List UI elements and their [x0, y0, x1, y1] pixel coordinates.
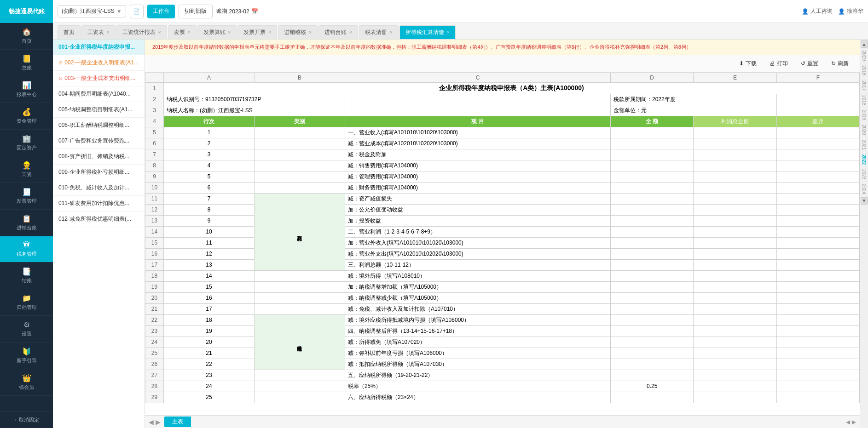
scroll-right-icon[interactable]: ▶ [852, 419, 856, 425]
sidebar-item-guide[interactable]: 🔰 新手引导 [0, 342, 53, 369]
year-2018[interactable]: 2018 [861, 93, 868, 107]
cell-diff [776, 160, 859, 171]
table-row: 28 24 税率（25%） 0.25 [145, 381, 860, 392]
calendar-icon: 📅 [251, 8, 258, 15]
tab-ledger-close[interactable]: × [349, 30, 352, 35]
invoice-icon: 🧾 [22, 188, 31, 196]
cell-category-profit: 利润总额计算 [254, 193, 345, 270]
left-item-004[interactable]: 004-期间费用明细表(A1040... [53, 86, 145, 102]
sidebar-item-settings[interactable]: ⚙ 设置 [0, 316, 53, 342]
print-button[interactable]: 🖨 打印 [766, 58, 792, 69]
tab-invoice-close[interactable]: × [188, 30, 191, 35]
sidebar-item-payroll[interactable]: 👷 工资 [0, 156, 53, 183]
cell-empty [776, 94, 859, 105]
cell-rownum: 23 [164, 370, 255, 381]
home-icon: 🏠 [22, 28, 31, 36]
sidebar-item-invoice[interactable]: 🧾 发票管理 [0, 183, 53, 210]
sidebar-item-tax[interactable]: 🏛 税务管理 [0, 236, 53, 263]
tab-ledger[interactable]: 进销台账 × [318, 25, 358, 39]
switch-version-button[interactable]: 切到旧版 [179, 5, 213, 18]
tab-payroll-stats-close[interactable]: × [158, 30, 161, 35]
document-icon-btn[interactable]: 📄 [130, 5, 144, 18]
year-2024[interactable]: 2024 [861, 182, 868, 196]
year-2019-top[interactable]: 2019 [861, 49, 868, 63]
left-item-007[interactable]: 007-广告费和业务宣传费跑... [53, 133, 145, 149]
left-item-001[interactable]: 001-企业所得税年度纳税申报... [53, 40, 145, 55]
sidebar-item-ledger[interactable]: 📒 总账 [0, 50, 53, 76]
cell-diff [776, 303, 859, 314]
cell-profit [694, 127, 776, 138]
col-header-c: C [345, 73, 610, 82]
left-item-008[interactable]: 008-资产折旧、摊销及纳税... [53, 149, 145, 165]
tab-payroll[interactable]: 工资表 × [81, 25, 116, 39]
download-button[interactable]: ⬇ 下载 [735, 58, 760, 69]
cell-amount[interactable]: 0.25 [610, 381, 693, 392]
tab-tax-clearance-close[interactable]: × [390, 30, 393, 35]
workbench-button[interactable]: 工作台 [147, 5, 175, 18]
cell-profit [694, 237, 776, 248]
tab-ledger-label: 进销台账 [324, 29, 347, 36]
service-icon: 👤 [802, 8, 809, 15]
user-service-btn[interactable]: 👤 人工咨询 [802, 7, 833, 15]
table-area[interactable]: A B C D E F 1 [145, 73, 860, 416]
sheet-nav-arrows[interactable]: ◀ ▶ [149, 418, 161, 426]
table-row: 23 19 四、纳税调整后所得（13-14+15-16-17+18） [145, 325, 860, 337]
year-2020[interactable]: 2020 [861, 123, 868, 137]
sidebar-item-purchase-sales[interactable]: 📋 进销台账 [0, 210, 53, 236]
next-sheet-arrow[interactable]: ▶ [156, 418, 161, 426]
tab-invoice-calc-close[interactable]: × [228, 30, 231, 35]
scroll-down-btn[interactable]: ▼ [861, 197, 868, 205]
tab-invoice-open-close[interactable]: × [268, 30, 271, 35]
sidebar-item-assets[interactable]: 🏢 固定资产 [0, 130, 53, 156]
sidebar-item-archive[interactable]: 📁 归档管理 [0, 289, 53, 316]
prev-sheet-arrow[interactable]: ◀ [149, 418, 154, 426]
cell-category [254, 160, 345, 171]
tab-payroll-stats[interactable]: 工资统计报表 × [116, 25, 167, 39]
user-profile-btn[interactable]: 👤 徐淮华 [838, 7, 863, 15]
tab-home[interactable]: 首页 [58, 25, 81, 39]
tab-income-tax[interactable]: 所得税汇算清缴 × [399, 25, 456, 39]
cell-amount [610, 226, 693, 237]
cell-amount [610, 325, 693, 337]
cell-diff [776, 381, 859, 392]
cell-item: 六、应纳所得税额（23×24） [345, 392, 610, 403]
left-item-005[interactable]: 005-纳税调整项目明细表(A1... [53, 102, 145, 118]
tab-income-tax-close[interactable]: × [447, 30, 450, 35]
left-item-010[interactable]: 010-免税、减计收入及加计... [53, 180, 145, 196]
tab-audit-close[interactable]: × [309, 30, 312, 35]
tab-audit[interactable]: 进销稽核 × [278, 25, 318, 39]
sidebar-item-member[interactable]: 👑 畅会员 [0, 369, 53, 396]
tab-invoice[interactable]: 发票 × [168, 25, 197, 39]
sheet-tab-main[interactable]: 主表 [164, 417, 191, 427]
reset-button[interactable]: ↺ 重置 [797, 58, 822, 69]
refresh-button[interactable]: ↻ 刷新 [827, 58, 852, 69]
year-2021[interactable]: 2021 [861, 138, 868, 152]
cell-rownum: 18 [164, 314, 255, 325]
left-item-012[interactable]: 012-减免所得税优惠明细表(... [53, 211, 145, 227]
cell-amount [610, 149, 693, 160]
company-selector[interactable]: (勿删）江西服宝-LSS ▼ [58, 5, 126, 17]
sidebar-item-finance[interactable]: 💰 资金管理 [0, 103, 53, 130]
year-2023[interactable]: 2023 [861, 167, 868, 181]
year-2016[interactable]: 2016 [861, 63, 868, 77]
sidebar-pin-toggle[interactable]: ←取消固定 [0, 411, 53, 428]
year-2017[interactable]: 2017 [861, 79, 868, 92]
left-item-003[interactable]: ⊙ 003-一般企业成本支出明细... [53, 71, 145, 86]
left-item-006[interactable]: 006-职工薪酬纳税调整明细... [53, 118, 145, 133]
tab-tax-clearance[interactable]: 税表清册 × [359, 25, 399, 39]
tab-invoice-calc[interactable]: 发票算账 × [197, 25, 237, 39]
sidebar-item-home[interactable]: 🏠 首页 [0, 23, 53, 50]
left-item-002[interactable]: ⊙ 002-一般企业收入明细表(A1... [53, 55, 145, 71]
cell-rownum: 12 [164, 248, 255, 259]
tab-payroll-close[interactable]: × [107, 30, 110, 35]
purchase-sales-icon: 📋 [22, 214, 31, 223]
left-item-011[interactable]: 011-研发费用加计扣除优惠... [53, 196, 145, 211]
tab-invoice-open[interactable]: 发票开票 × [237, 25, 277, 39]
scroll-up-btn[interactable]: ▲ [861, 40, 868, 48]
year-2022[interactable]: 2022 [861, 153, 868, 166]
year-2019[interactable]: 2019 [861, 108, 868, 122]
sidebar-item-close[interactable]: 📑 结账 [0, 263, 53, 289]
left-item-009[interactable]: 009-企业所得税补亏损明细... [53, 165, 145, 180]
scroll-left-icon[interactable]: ◀ [846, 419, 850, 425]
sidebar-item-reports[interactable]: 📊 报表中心 [0, 76, 53, 103]
